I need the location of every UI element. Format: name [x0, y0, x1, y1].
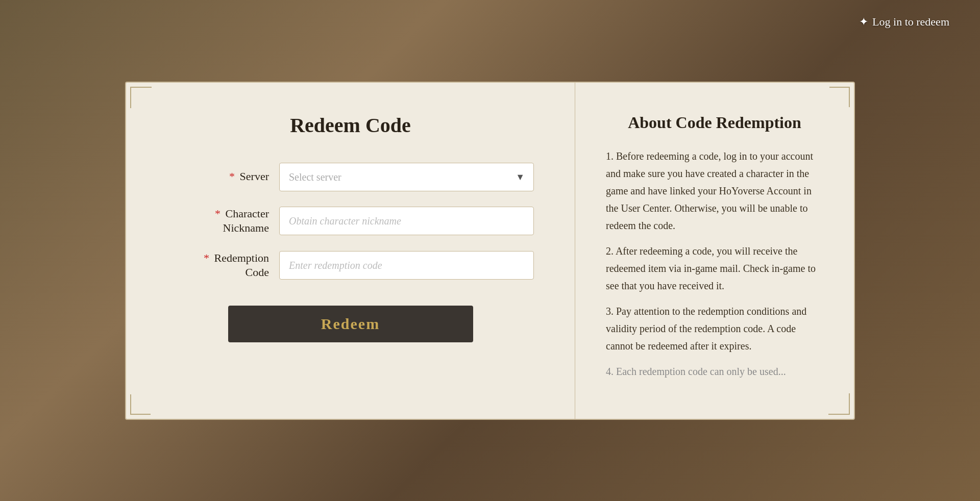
corner-decoration-bl: [130, 394, 151, 415]
info-item-4: 4. Each redemption code can only be used…: [606, 363, 823, 380]
nickname-input[interactable]: [279, 207, 534, 235]
nickname-required-star: *: [215, 207, 220, 220]
info-item-1: 1. Before redeeming a code, log in to yo…: [606, 147, 823, 234]
login-to-redeem-button[interactable]: ✦ Log in to redeem: [859, 15, 949, 29]
left-panel: Redeem Code * Server Select server Ameri…: [126, 83, 575, 419]
nickname-field-group: * CharacterNickname: [167, 207, 534, 236]
redemption-code-label: * RedemptionCode: [167, 251, 269, 280]
info-item-3: 3. Pay attention to the redemption condi…: [606, 303, 823, 355]
server-select-wrapper: Select server America Europe Asia TW, HK…: [279, 163, 534, 191]
about-title: About Code Redemption: [606, 113, 823, 132]
redeem-button[interactable]: Redeem: [228, 306, 473, 342]
nickname-label: * CharacterNickname: [167, 207, 269, 236]
server-label: * Server: [167, 169, 269, 184]
server-field-group: * Server Select server America Europe As…: [167, 163, 534, 191]
star-icon: ✦: [859, 15, 868, 29]
redemption-code-input[interactable]: [279, 251, 534, 280]
right-panel: About Code Redemption 1. Before redeemin…: [575, 83, 854, 419]
server-select[interactable]: Select server America Europe Asia TW, HK…: [279, 163, 534, 191]
redemption-code-field-group: * RedemptionCode: [167, 251, 534, 280]
server-required-star: *: [229, 170, 235, 183]
info-item-2: 2. After redeeming a code, you will rece…: [606, 242, 823, 294]
corner-decoration-tr: [829, 87, 850, 107]
redeem-card: Redeem Code * Server Select server Ameri…: [125, 82, 855, 420]
login-label: Log in to redeem: [872, 15, 949, 29]
code-required-star: *: [204, 252, 209, 264]
form-title: Redeem Code: [290, 113, 411, 137]
